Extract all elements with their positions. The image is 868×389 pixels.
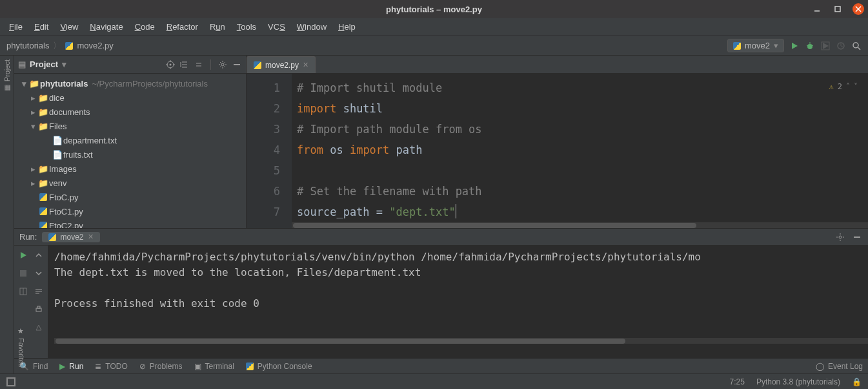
svg-line-33 [220,62,221,63]
tree-root[interactable]: ▾📁phytutorials~/PycharmProjects/phytutor… [14,76,246,90]
chevron-up-icon[interactable]: ˄ [846,76,850,97]
maximize-button[interactable] [832,3,843,15]
breadcrumb-root[interactable]: phytutorials [6,41,49,50]
menu-run[interactable]: Run [206,21,229,33]
chevron-down-icon[interactable]: ▾ [62,59,66,69]
editor-tab-move2[interactable]: move2.py ✕ [247,56,316,73]
clear-all-icon[interactable] [33,322,45,333]
chevron-down-icon[interactable]: ˅ [854,76,858,97]
lock-icon[interactable]: 🔒 [852,377,862,386]
run-config-select[interactable]: move2 ▾ [727,39,784,52]
svg-line-34 [225,66,226,67]
gear-icon[interactable] [217,59,228,70]
menu-code[interactable]: Code [131,21,159,33]
warning-icon: ⚠ [829,76,834,97]
tree-folder-dice[interactable]: ▸📁dice [14,90,246,105]
menu-edit[interactable]: Edit [30,21,52,33]
tool-tab-problems[interactable]: ⊘Problems [139,362,183,371]
menu-file[interactable]: File [5,21,26,33]
tree-file-ftoc1[interactable]: FtoC1.py [14,204,246,218]
tree-folder-documents[interactable]: ▸📁documents [14,105,246,119]
minimize-button[interactable] [811,3,823,15]
stop-button[interactable] [17,268,29,279]
close-tab-icon[interactable]: ✕ [303,61,308,69]
run-button[interactable] [789,41,800,51]
project-tree[interactable]: ▾📁phytutorials~/PycharmProjects/phytutor… [14,74,246,228]
list-icon: ≣ [95,362,101,371]
tool-tab-todo[interactable]: ≣TODO [95,362,127,371]
print-icon[interactable] [33,304,45,315]
editor-horizontal-scrollbar[interactable] [292,222,868,228]
tool-tab-event-log[interactable]: ◯Event Log [816,362,863,371]
inspection-widget[interactable]: ⚠ 2 ˄ ˅ [829,76,858,97]
status-bar: 7:25 Python 3.8 (phytutorials) 🔒 [0,373,868,389]
soft-wrap-icon[interactable] [33,286,45,297]
editor-tab-bar: move2.py ✕ [247,56,868,74]
tool-window-quick-access-icon[interactable] [6,377,15,386]
expand-all-icon[interactable] [179,59,190,70]
breadcrumb-file[interactable]: move2.py [77,41,113,50]
breadcrumb-sep: 〉 [53,40,61,52]
editor-tab-label: move2.py [265,61,299,70]
menu-window[interactable]: Window [293,21,330,33]
tree-folder-venv[interactable]: ▸📁venv [14,176,246,190]
python-file-icon [733,42,741,50]
tree-folder-images[interactable]: ▸📁Images [14,162,246,176]
interpreter-label[interactable]: Python 3.8 (phytutorials) [756,377,840,386]
project-tool-window: ▤ Project ▾ ▾📁phytutorials~/PycharmProje… [14,56,247,228]
svg-marker-4 [792,43,798,49]
main-menu: File Edit View Navigate Code Refactor Ru… [0,18,868,36]
code-editor[interactable]: 1234567 ⚠ 2 ˄ ˅ # Import shutil module i… [247,74,868,228]
svg-line-35 [225,62,226,63]
editor-pane: move2.py ✕ 1234567 ⚠ 2 ˄ ˅ [247,56,868,228]
close-run-tab-icon[interactable]: ✕ [88,233,94,241]
svg-point-5 [807,44,812,49]
menu-tools[interactable]: Tools [233,21,260,33]
run-with-coverage-button[interactable] [820,41,831,51]
debug-button[interactable] [805,41,815,51]
run-tab[interactable]: move2 ✕ [42,232,99,242]
tree-file-fruits[interactable]: 📄fruits.txt [14,147,246,162]
project-tool-header: ▤ Project ▾ [14,56,246,74]
python-file-icon [254,61,261,69]
project-tool-title[interactable]: Project [30,59,58,69]
hide-tool-window-icon[interactable] [232,59,242,70]
rerun-button[interactable] [17,249,29,261]
menu-refactor[interactable]: Refactor [163,21,202,33]
menu-navigate[interactable]: Navigate [86,21,126,33]
tool-tab-python-console[interactable]: Python Console [246,362,312,371]
profile-button[interactable] [836,41,846,51]
locate-file-icon[interactable] [165,59,176,70]
terminal-icon: ▣ [194,362,201,371]
warning-icon: ⊘ [139,362,146,371]
gear-icon[interactable] [834,231,846,243]
tool-tab-terminal[interactable]: ▣Terminal [194,362,234,371]
tree-file-ftoc2[interactable]: FtoC2.py [14,218,246,228]
menu-view[interactable]: View [56,21,82,33]
run-tool-label: Run: [19,232,37,242]
code-area[interactable]: ⚠ 2 ˄ ˅ # Import shutil module import sh… [292,74,868,228]
menu-vcs[interactable]: VCS [264,21,289,33]
tree-file-department[interactable]: 📄department.txt [14,133,246,147]
tree-folder-files[interactable]: ▾📁Files [14,119,246,133]
svg-point-28 [221,63,224,66]
window-titlebar: phytutorials – move2.py [0,0,868,18]
sidebar-tab-project[interactable]: ▦Project [3,59,11,92]
run-horizontal-scrollbar[interactable] [54,337,868,344]
scroll-down-icon[interactable] [33,268,45,279]
layout-settings-icon[interactable] [17,286,29,297]
tool-tab-run[interactable]: ▶Run [59,362,83,371]
menu-help[interactable]: Help [334,21,359,33]
caret-position[interactable]: 7:25 [730,377,745,386]
python-file-icon [48,233,56,241]
svg-rect-45 [20,270,26,277]
hide-tool-window-icon[interactable] [851,231,863,243]
close-button[interactable] [853,3,864,15]
sidebar-tab-favorites[interactable]: ★Favorites [17,327,25,367]
search-everywhere-button[interactable] [851,41,862,51]
tree-file-ftoc[interactable]: FtoC.py [14,190,246,204]
bottom-tool-tabs: 🔍Find ▶Run ≣TODO ⊘Problems ▣Terminal Pyt… [14,358,868,373]
collapse-all-icon[interactable] [194,59,204,70]
scroll-up-icon[interactable] [33,249,45,261]
run-console-output[interactable]: /home/fahmida/PycharmProjects/phytutoria… [48,246,868,358]
